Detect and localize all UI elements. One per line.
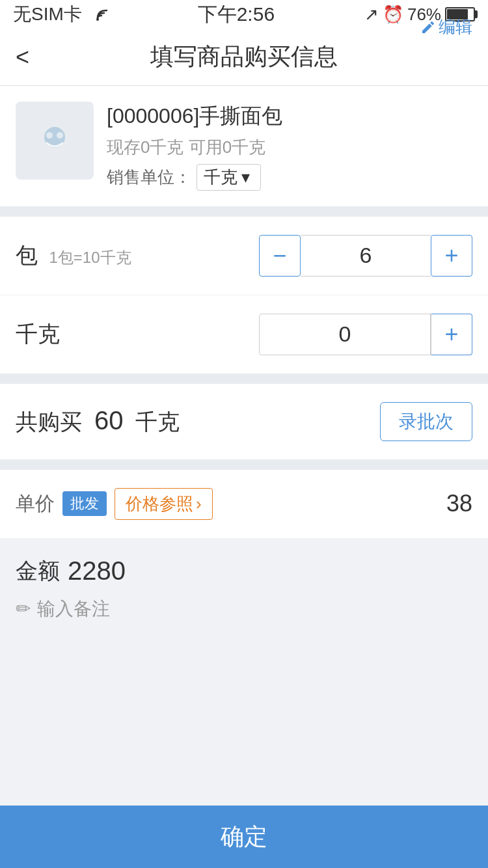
- alarm-icon: ⏰: [383, 5, 403, 25]
- kg-input[interactable]: [259, 314, 431, 355]
- status-carrier: 无SIM卡: [13, 2, 108, 27]
- arrow-icon: ›: [196, 494, 202, 514]
- wifi-icon: [87, 7, 108, 22]
- page-title: 填写商品购买信息: [150, 41, 338, 73]
- kg-input-row: 千克 +: [16, 295, 472, 373]
- kg-section: 千克 +: [0, 295, 488, 373]
- product-stock: 现存0千克 可用0千克: [107, 136, 472, 159]
- bao-section: 包 1包=10千克 − +: [0, 217, 488, 295]
- pencil-icon: ✏: [16, 598, 31, 619]
- total-value: 60: [94, 406, 124, 435]
- bao-plus-button[interactable]: +: [431, 235, 472, 277]
- svg-point-3: [57, 132, 63, 139]
- svg-point-0: [96, 18, 99, 21]
- svg-point-2: [46, 132, 53, 139]
- note-row[interactable]: ✏ 输入备注: [16, 597, 472, 640]
- price-value: 38: [446, 490, 472, 517]
- confirm-button[interactable]: 确定: [0, 806, 488, 868]
- bao-input[interactable]: [301, 235, 431, 277]
- price-tag: 批发: [62, 491, 107, 516]
- note-placeholder: 输入备注: [37, 597, 110, 621]
- location-icon: ↗: [364, 5, 379, 25]
- product-image: [16, 102, 94, 180]
- back-button[interactable]: <: [16, 44, 29, 71]
- kg-label: 千克: [16, 319, 259, 349]
- status-bar: 无SIM卡 下午2:56 ↗ ⏰ 76%: [0, 0, 488, 29]
- chevron-down-icon: ▾: [241, 167, 250, 187]
- batch-button[interactable]: 录批次: [380, 402, 472, 441]
- status-time: 下午2:56: [198, 1, 275, 28]
- bao-quantity-control: − +: [259, 235, 472, 277]
- bao-minus-button[interactable]: −: [259, 235, 301, 277]
- bao-input-row: 包 1包=10千克 − +: [16, 217, 472, 295]
- total-row: 共购买 60 千克 录批次: [0, 384, 488, 459]
- amount-label: 金额: [16, 556, 60, 586]
- amount-section: 金额 2280 ✏ 输入备注: [0, 538, 488, 640]
- price-ref-button[interactable]: 价格参照 ›: [115, 488, 213, 520]
- product-unit: 销售单位： 千克 ▾: [107, 164, 472, 191]
- price-row: 单价 批发 价格参照 › 38: [16, 488, 472, 520]
- kg-plus-button[interactable]: +: [431, 314, 472, 355]
- product-logo-icon: [35, 121, 74, 160]
- product-name: [0000006]手撕面包: [107, 102, 472, 131]
- price-section: 单价 批发 价格参照 › 38: [0, 470, 488, 538]
- product-info: [0000006]手撕面包 现存0千克 可用0千克 销售单位： 千克 ▾: [107, 102, 472, 191]
- divider-3: [0, 459, 488, 470]
- kg-quantity-control: +: [259, 314, 472, 355]
- amount-value: 2280: [68, 556, 126, 586]
- price-label: 单价: [16, 491, 55, 517]
- unit-selector[interactable]: 千克 ▾: [197, 164, 261, 191]
- bao-sublabel: 1包=10千克: [49, 249, 131, 266]
- amount-row: 金额 2280: [16, 556, 472, 586]
- total-label: 共购买 60 千克: [16, 406, 180, 437]
- nav-bar: < 填写商品购买信息: [0, 29, 488, 86]
- bao-label: 包 1包=10千克: [16, 241, 259, 271]
- product-card: [0000006]手撕面包 现存0千克 可用0千克 销售单位： 千克 ▾ 编辑: [0, 86, 488, 206]
- edit-icon: [420, 20, 436, 35]
- edit-button[interactable]: 编辑: [420, 16, 472, 38]
- divider-2: [0, 373, 488, 384]
- divider-1: [0, 206, 488, 217]
